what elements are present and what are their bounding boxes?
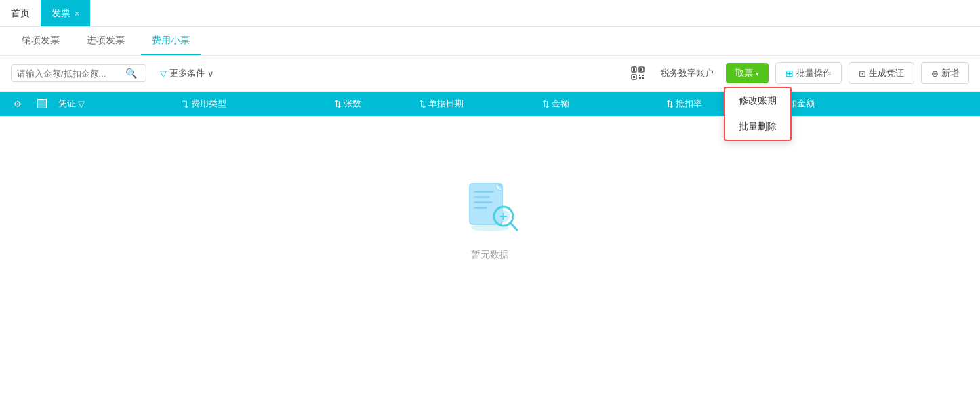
sort-icon[interactable]: ⇅ [419, 99, 426, 109]
batch-delete-item[interactable]: 批量删除 [725, 114, 790, 140]
sort-icon[interactable]: ⇅ [334, 99, 342, 109]
svg-rect-6 [639, 75, 640, 76]
th-date: ⇅ 单据日期 [415, 98, 538, 110]
main-area: 销项发票 进项发票 费用小票 🔍 ▽ 更多条件 ∨ [0, 27, 980, 396]
tab-sales[interactable]: 销项发票 [11, 27, 70, 55]
chevron-down-icon: ▾ [756, 70, 759, 77]
take-ticket-label: 取票 [735, 67, 753, 79]
svg-rect-14 [474, 201, 493, 203]
nav-tab-close[interactable]: × [75, 9, 79, 18]
tax-account-button[interactable]: 税务数字账户 [655, 64, 719, 82]
filter-icon[interactable]: ▽ [78, 99, 85, 109]
th-count: ⇅ 张数 [330, 98, 415, 110]
tab-expense[interactable]: 费用小票 [141, 27, 201, 55]
batch-dropdown-menu: 修改账期 批量删除 [724, 87, 792, 141]
search-input[interactable] [17, 68, 125, 79]
top-nav: 首页 发票 × [0, 0, 980, 27]
toolbar-left: 🔍 ▽ 更多条件 ∨ [11, 64, 220, 82]
sort-icon[interactable]: ⇅ [542, 99, 550, 109]
voucher-icon: ⊡ [859, 68, 866, 79]
search-box[interactable]: 🔍 [11, 64, 146, 82]
modify-period-item[interactable]: 修改账期 [725, 88, 790, 114]
sort-icon[interactable]: ⇅ [666, 99, 674, 109]
svg-rect-8 [639, 77, 641, 79]
filter-button[interactable]: ▽ 更多条件 ∨ [155, 64, 220, 82]
svg-rect-12 [474, 191, 494, 193]
toolbar: 🔍 ▽ 更多条件 ∨ [0, 56, 980, 92]
svg-rect-3 [640, 68, 642, 71]
batch-label: 批量操作 [796, 67, 832, 79]
th-amount: ⇅ 金额 [538, 98, 661, 110]
svg-line-18 [510, 223, 517, 230]
batch-operation-button[interactable]: ⊞ 批量操作 [775, 62, 842, 84]
th-type: ⇅ 费用类型 [178, 98, 330, 110]
select-all-checkbox[interactable] [37, 99, 47, 108]
add-button[interactable]: ⊕ 新增 [921, 62, 969, 84]
voucher-label: 生成凭证 [869, 67, 904, 79]
gear-icon[interactable]: ⚙ [14, 99, 22, 109]
svg-rect-5 [633, 76, 635, 78]
nav-tab-label: 发票 [52, 7, 70, 20]
svg-rect-9 [642, 77, 644, 79]
th-check[interactable] [30, 99, 54, 108]
tab-input[interactable]: 进项发票 [76, 27, 136, 55]
batch-icon: ⊞ [785, 68, 794, 79]
search-icon[interactable]: 🔍 [125, 68, 137, 79]
add-label: 新增 [941, 67, 959, 79]
empty-state: 暂无数据 [0, 116, 980, 288]
svg-rect-11 [470, 184, 502, 224]
sub-tabs: 销项发票 进项发票 费用小票 [0, 27, 980, 56]
empty-icon [456, 170, 524, 238]
toolbar-right: 税务数字账户 取票 ▾ ⊞ 批量操作 ⊡ 生成凭证 ⊕ 新增 [627, 62, 969, 84]
empty-text: 暂无数据 [471, 249, 509, 261]
take-ticket-button[interactable]: 取票 ▾ [726, 63, 769, 83]
svg-rect-7 [642, 75, 644, 76]
svg-rect-1 [633, 68, 635, 71]
sort-icon[interactable]: ⇅ [182, 99, 189, 109]
th-gear[interactable]: ⚙ [5, 99, 30, 109]
add-icon: ⊕ [931, 68, 939, 79]
nav-home[interactable]: 首页 [0, 0, 41, 26]
filter-icon: ▽ [160, 68, 167, 79]
nav-tab-invoice[interactable]: 发票 × [41, 0, 90, 26]
filter-label: 更多条件 [169, 67, 205, 79]
table-header: ⚙ 凭证 ▽ ⇅ 费用类型 ⇅ 张数 ⇅ 单据日期 ⇅ [0, 92, 980, 116]
svg-rect-13 [474, 196, 490, 198]
qr-button[interactable] [627, 62, 649, 84]
th-voucher: 凭证 ▽ [54, 98, 178, 110]
svg-rect-15 [474, 207, 487, 209]
chevron-down-icon: ∨ [207, 68, 214, 79]
generate-voucher-button[interactable]: ⊡ 生成凭证 [849, 62, 914, 84]
